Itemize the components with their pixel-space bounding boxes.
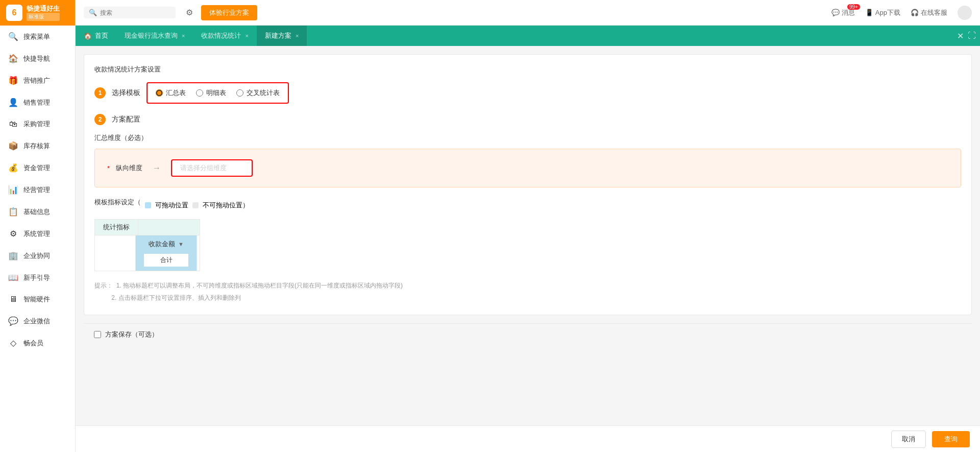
- logo-icon: 6: [6, 5, 22, 21]
- save-option-label: 方案保存（可选）: [105, 330, 158, 339]
- close-cashflow-icon[interactable]: ×: [182, 33, 185, 39]
- sidebar-item-label-search: 搜索菜单: [23, 32, 50, 41]
- metrics-col-header: [138, 220, 200, 235]
- template-section: 汇总表 明细表 交叉统计表: [146, 82, 289, 104]
- sidebar-item-search[interactable]: 🔍 搜索菜单: [0, 26, 75, 47]
- sidebar-item-label-marketing: 营销推广: [23, 76, 50, 85]
- col-dropdown-icon[interactable]: ▼: [178, 241, 184, 247]
- dimension-title: 汇总维度（必选）: [94, 133, 961, 142]
- sidebar-item-newbie[interactable]: 📖 新手引导: [0, 267, 75, 289]
- sidebar-item-inventory[interactable]: 📦 库存核算: [0, 135, 75, 157]
- page-title: 收款情况统计方案设置: [94, 65, 961, 74]
- corp-icon: 🏢: [8, 251, 18, 260]
- inventory-icon: 📦: [8, 141, 18, 151]
- sidebar-item-label-basic: 基础信息: [23, 207, 50, 217]
- cancel-button[interactable]: 取消: [891, 431, 926, 448]
- sidebar-item-sales[interactable]: 👤 销售管理: [0, 91, 75, 113]
- vertical-dim-label: 纵向维度: [116, 163, 142, 173]
- dimension-box: * 纵向维度 → 请选择分组维度: [94, 149, 961, 187]
- sidebar-item-label-operation: 经营管理: [23, 185, 50, 195]
- sidebar-item-purchase[interactable]: 🛍 采购管理: [0, 113, 75, 135]
- sidebar-item-quicknav[interactable]: 🏠 快捷导航: [0, 47, 75, 69]
- sidebar-item-system[interactable]: ⚙ 系统管理: [0, 223, 75, 245]
- search-icon: 🔍: [8, 32, 18, 41]
- step2-label: 方案配置: [112, 115, 140, 124]
- query-button[interactable]: 查询: [932, 431, 970, 447]
- sidebar-item-member[interactable]: ◇ 畅会员: [0, 332, 75, 354]
- search-input[interactable]: [100, 9, 161, 16]
- main-content: 收款情况统计方案设置 1 选择模板 汇总表 明细表 交叉统计表: [76, 46, 980, 452]
- message-badge: 99+: [847, 4, 860, 10]
- sidebar-item-operation[interactable]: 📊 经营管理: [0, 179, 75, 201]
- logo-text: 畅捷通好生: [27, 5, 60, 13]
- save-checkbox[interactable]: [94, 331, 101, 338]
- finance-icon: 💰: [8, 163, 18, 173]
- tab-home[interactable]: 🏠 首页: [76, 26, 116, 46]
- sidebar-item-basic[interactable]: 📋 基础信息: [0, 201, 75, 223]
- metrics-config: 模板指标设定（ 可拖动位置 不可拖动位置） 统计指标: [94, 198, 961, 272]
- gear-icon[interactable]: ⚙: [186, 8, 193, 17]
- sidebar-item-finance[interactable]: 💰 资金管理: [0, 157, 75, 179]
- tips-section: 提示： 1. 拖动标题栏可以调整布局，不可跨维度或指标区域拖动栏目字段(只能在同…: [94, 280, 961, 303]
- movable-label: 可拖动位置: [155, 201, 188, 210]
- app-download-btn[interactable]: 📱 App下载: [865, 8, 900, 17]
- message-btn[interactable]: 💬 消息 99+: [831, 8, 855, 17]
- sidebar-item-corp[interactable]: 🏢 企业协同: [0, 245, 75, 267]
- tab-receipt[interactable]: 收款情况统计 ×: [193, 26, 256, 46]
- close-new-icon[interactable]: ×: [296, 33, 299, 39]
- dimension-row: * 纵向维度 → 请选择分组维度: [107, 159, 948, 177]
- sidebar-item-label-newbie: 新手引导: [23, 273, 50, 282]
- avatar[interactable]: [958, 6, 972, 20]
- movable-legend-icon: [145, 202, 151, 208]
- sidebar-item-label-purchase: 采购管理: [23, 120, 50, 129]
- metrics-subtotal: 合计: [144, 254, 188, 267]
- topbar: 🔍 ⚙ 体验行业方案 💬 消息 99+ 📱 App下载 🎧 在线客服: [76, 0, 980, 26]
- hardware-icon: 🖥: [8, 295, 18, 304]
- radio-summary[interactable]: 汇总表: [156, 88, 186, 98]
- sidebar-nav: 🔍 搜索菜单 🏠 快捷导航 🎁 营销推广 👤 销售管理 🛍 采购管理 📦 库存核…: [0, 26, 75, 354]
- dimension-select[interactable]: 请选择分组维度: [171, 159, 253, 177]
- step2-num: 2: [94, 114, 106, 125]
- wechat-icon: 💬: [8, 316, 18, 326]
- sidebar-item-marketing[interactable]: 🎁 营销推广: [0, 69, 75, 91]
- search-icon: 🔍: [89, 9, 97, 16]
- step2-section: 2 方案配置 汇总维度（必选） * 纵向维度 → 请选择分组维度 模板指标设定（…: [94, 114, 961, 303]
- basic-icon: 📋: [8, 207, 18, 217]
- online-support-btn[interactable]: 🎧 在线客服: [911, 8, 947, 17]
- step1-row: 1 选择模板 汇总表 明细表 交叉统计表: [94, 82, 961, 104]
- step1-label: 选择模板: [112, 88, 140, 98]
- search-box[interactable]: 🔍: [84, 7, 176, 18]
- member-icon: ◇: [8, 338, 18, 348]
- close-window-icon[interactable]: ✕: [957, 31, 964, 41]
- arrow-icon: →: [153, 163, 161, 173]
- required-star: *: [107, 164, 110, 172]
- tab-cashflow[interactable]: 现金银行流水查询 ×: [116, 26, 193, 46]
- sidebar-item-label-system: 系统管理: [23, 229, 50, 239]
- step1-num: 1: [94, 87, 106, 99]
- sidebar-item-label-finance: 资金管理: [23, 163, 50, 173]
- close-receipt-icon[interactable]: ×: [245, 33, 248, 39]
- sidebar-item-wechat[interactable]: 💬 企业微信: [0, 310, 75, 332]
- radio-detail[interactable]: 明细表: [196, 88, 226, 98]
- system-icon: ⚙: [8, 229, 18, 239]
- message-icon: 💬: [831, 9, 840, 16]
- radio-cross[interactable]: 交叉统计表: [236, 88, 280, 98]
- sidebar-item-label-inventory: 库存核算: [23, 141, 50, 151]
- sidebar-item-hardware[interactable]: 🖥 智能硬件: [0, 289, 75, 310]
- topbar-right: 💬 消息 99+ 📱 App下载 🎧 在线客服: [831, 6, 972, 20]
- operation-icon: 📊: [8, 185, 18, 195]
- industry-btn[interactable]: 体验行业方案: [201, 5, 257, 20]
- metrics-col-cell: 收款金额 ▼ 合计: [136, 235, 197, 271]
- tab-new[interactable]: 新建方案 ×: [257, 26, 307, 46]
- logo-tag: 标准版: [27, 13, 60, 21]
- tip-1: 提示： 1. 拖动标题栏可以调整布局，不可跨维度或指标区域拖动栏目字段(只能在同…: [94, 280, 961, 292]
- quicknav-icon: 🏠: [8, 54, 18, 63]
- sales-icon: 👤: [8, 98, 18, 107]
- footer-bar: 取消 查询: [76, 425, 980, 452]
- maximize-icon[interactable]: ⛶: [968, 31, 976, 40]
- home-icon: 🏠: [84, 32, 92, 40]
- sidebar-logo: 6 畅捷通好生 标准版: [0, 0, 75, 26]
- metrics-body: 收款金额 ▼ 合计: [95, 235, 200, 271]
- fixed-legend-icon: [192, 202, 199, 208]
- template-radio-group: 汇总表 明细表 交叉统计表: [156, 88, 280, 98]
